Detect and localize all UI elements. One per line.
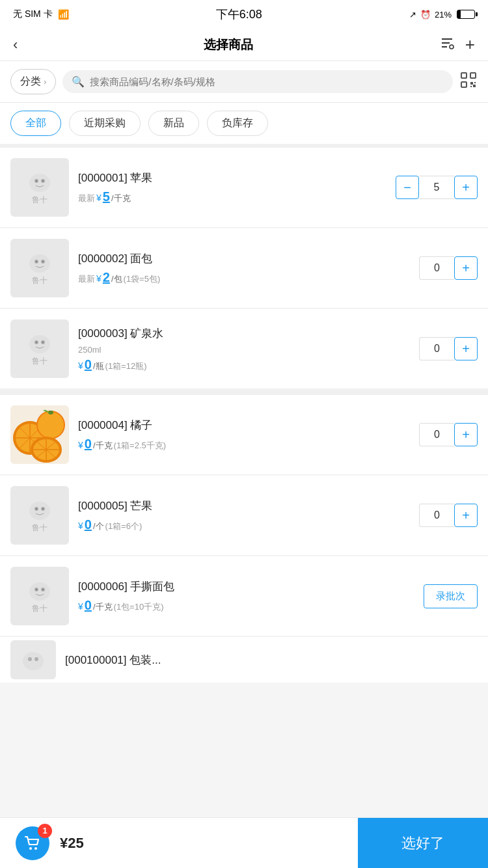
nav-right: +: [439, 34, 475, 55]
qty-control-0000003: +: [419, 337, 478, 360]
product-info-0000005: [0000005] 芒果 ¥ 0 /个 (1箱=6个): [78, 498, 410, 532]
product-image-0000002: 鲁十: [10, 239, 69, 297]
category-arrow-icon: ›: [44, 77, 46, 87]
qty-plus-button[interactable]: +: [454, 256, 478, 280]
product-price: ¥ 0 /千克 (1箱=2.5千克): [78, 437, 410, 452]
qty-control-0000002: +: [419, 256, 478, 280]
confirm-button[interactable]: 选好了: [358, 818, 488, 869]
product-image-0000004: [10, 405, 69, 464]
svg-point-42: [29, 502, 50, 520]
qty-input[interactable]: [419, 337, 454, 360]
status-time: 下午6:08: [216, 7, 262, 22]
nav-title: 选择商品: [204, 36, 253, 53]
qty-input[interactable]: [419, 176, 454, 199]
product-item: [0000004] 橘子 ¥ 0 /千克 (1箱=2.5千克) +: [0, 395, 488, 475]
svg-rect-5: [470, 73, 476, 78]
tab-all[interactable]: 全部: [10, 111, 61, 136]
product-info-0000001: [0000001] 苹果 最新 ¥ 5 /千克: [78, 170, 386, 204]
qty-input[interactable]: [419, 504, 454, 527]
alarm-icon: ⏰: [420, 10, 431, 20]
product-image-partial: [10, 640, 56, 679]
location-icon: ↗: [409, 10, 416, 20]
svg-point-20: [42, 260, 44, 262]
svg-point-54: [34, 657, 38, 661]
qty-input[interactable]: [419, 423, 454, 446]
cart-icon-button[interactable]: 1: [16, 826, 49, 860]
carrier-text: 无 SIM 卡: [13, 8, 53, 20]
svg-point-19: [36, 260, 38, 262]
product-image-0000003: 鲁十: [10, 319, 69, 378]
svg-point-51: [42, 588, 44, 590]
wifi-icon: 📶: [58, 9, 69, 20]
svg-rect-6: [461, 82, 467, 87]
svg-point-45: [36, 508, 38, 509]
product-price: ¥ 0 /千克 (1包=10千克): [78, 598, 414, 613]
svg-rect-7: [470, 82, 473, 85]
product-name: [0000003] 矿泉水: [78, 326, 410, 341]
svg-point-14: [36, 180, 38, 182]
qty-plus-button[interactable]: +: [454, 504, 478, 527]
qty-control-0000004: +: [419, 423, 478, 446]
scan-button[interactable]: [459, 71, 478, 93]
product-item-partial: [000100001] 包装...: [0, 637, 488, 683]
svg-point-47: [29, 582, 50, 601]
qty-plus-button[interactable]: +: [454, 337, 478, 360]
svg-point-50: [36, 588, 38, 590]
cart-badge: 1: [38, 824, 52, 838]
product-price: ¥ 0 /个 (1箱=6个): [78, 517, 410, 532]
qty-minus-button[interactable]: −: [396, 176, 419, 199]
search-box: 🔍: [62, 70, 453, 93]
tab-recent[interactable]: 近期采购: [69, 111, 141, 136]
back-button[interactable]: ‹: [13, 36, 18, 53]
svg-point-11: [29, 174, 50, 192]
product-info-0000002: [0000002] 面包 最新 ¥ 2 /包 (1袋=5包): [78, 251, 410, 285]
svg-point-21: [29, 335, 50, 353]
battery-percent: 21%: [435, 10, 452, 20]
product-image-0000006: 鲁十: [10, 567, 69, 625]
section-divider: [0, 390, 488, 395]
search-input[interactable]: [90, 76, 444, 87]
svg-point-25: [42, 341, 44, 343]
product-price: ¥ 0 /瓶 (1箱=12瓶): [78, 357, 410, 372]
qty-input[interactable]: [419, 256, 454, 280]
svg-point-16: [29, 254, 50, 273]
product-item: 鲁十 [0000003] 矿泉水 250ml ¥ 0 /瓶 (1箱=12瓶) +: [0, 309, 488, 389]
svg-point-46: [42, 508, 44, 509]
product-price: 最新 ¥ 5 /千克: [78, 189, 386, 204]
svg-point-52: [23, 652, 44, 670]
bottom-bar: 1 ¥25 选好了: [0, 817, 488, 868]
tab-new[interactable]: 新品: [148, 111, 199, 136]
product-info-0000003: [0000003] 矿泉水 250ml ¥ 0 /瓶 (1箱=12瓶): [78, 326, 410, 372]
tab-negative-stock[interactable]: 负库存: [207, 111, 268, 136]
svg-rect-10: [470, 86, 472, 87]
add-button[interactable]: +: [465, 34, 475, 55]
nav-bar: ‹ 选择商品 +: [0, 29, 488, 61]
filter-tabs: 全部 近期采购 新品 负库存: [0, 103, 488, 148]
search-section: 分类 › 🔍: [0, 61, 488, 103]
qty-plus-button[interactable]: +: [454, 176, 478, 199]
status-right: ↗ ⏰ 21%: [409, 10, 475, 20]
batch-button[interactable]: 录批次: [424, 584, 478, 608]
search-icon: 🔍: [72, 75, 85, 88]
product-item: 鲁十 [0000006] 手撕面包 ¥ 0 /千克 (1包=10千克) 录批次: [0, 556, 488, 636]
svg-point-53: [28, 657, 32, 661]
partial-product-name: [000100001] 包装...: [65, 653, 161, 668]
product-info-0000006: [0000006] 手撕面包 ¥ 0 /千克 (1包=10千克): [78, 579, 414, 613]
cart-section: 1 ¥25: [0, 826, 358, 860]
svg-rect-8: [474, 82, 476, 83]
qty-plus-button[interactable]: +: [454, 423, 478, 446]
status-bar: 无 SIM 卡 📶 下午6:08 ↗ ⏰ 21%: [0, 0, 488, 29]
category-label: 分类: [20, 75, 41, 88]
svg-point-34: [38, 412, 64, 438]
product-list: 鲁十 [0000001] 苹果 最新 ¥ 5 /千克 − +: [0, 148, 488, 683]
product-item: 鲁十 [0000001] 苹果 最新 ¥ 5 /千克 − +: [0, 148, 488, 228]
filter-icon-button[interactable]: [439, 35, 455, 54]
battery-bar: [457, 10, 475, 19]
svg-point-24: [36, 341, 38, 343]
svg-point-55: [29, 847, 32, 850]
qty-control-0000005: +: [419, 504, 478, 527]
product-name: [0000005] 芒果: [78, 498, 410, 513]
category-button[interactable]: 分类 ›: [10, 69, 56, 94]
product-spec: 250ml: [78, 345, 410, 355]
nav-left: ‹: [13, 36, 18, 53]
